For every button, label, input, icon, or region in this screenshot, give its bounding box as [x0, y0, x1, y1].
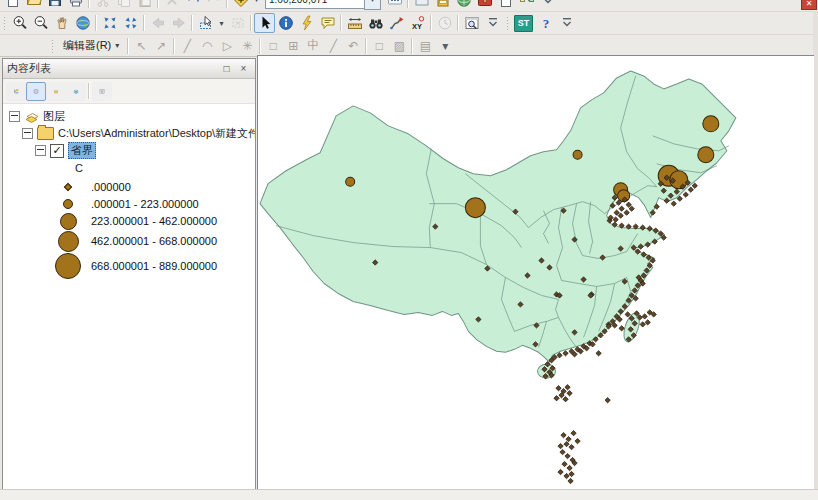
new-document-button[interactable]: [2, 0, 23, 10]
editor-tool-button[interactable]: □: [263, 36, 283, 55]
toolbar-options-button[interactable]: [384, 0, 405, 10]
legend-class-label[interactable]: .000000: [91, 181, 131, 193]
zoom-in-tool[interactable]: [9, 13, 30, 33]
legend-class-row: 462.000001 - 668.000000: [3, 230, 255, 252]
find-button[interactable]: [365, 13, 386, 33]
toolbar-separator: [226, 0, 228, 8]
time-slider-button[interactable]: [434, 13, 455, 33]
point-feature-diamond: [642, 314, 647, 319]
hyperlink-tool[interactable]: [296, 13, 317, 33]
toc-title-bar[interactable]: 内容列表 □ ×: [3, 59, 255, 79]
map-scale-dropdown[interactable]: ▾: [364, 0, 381, 10]
map-scale-input[interactable]: [265, 0, 364, 9]
delete-button[interactable]: [161, 0, 182, 10]
undo-icon: [185, 0, 201, 8]
editor-tool-button[interactable]: ✳: [237, 36, 257, 55]
add-data-button[interactable]: [230, 0, 251, 10]
go-to-xy-button[interactable]: [407, 13, 428, 33]
create-viewer-window-tool[interactable]: [461, 13, 482, 33]
editor-tool-button[interactable]: ↖: [131, 36, 151, 55]
list-by-source-button[interactable]: [26, 82, 46, 101]
list-by-drawing-order-button[interactable]: [6, 82, 26, 101]
select-elements-tool[interactable]: [254, 13, 275, 33]
print-button[interactable]: [65, 0, 86, 10]
toc-close-button[interactable]: ×: [236, 62, 251, 76]
catalog-window-button[interactable]: [432, 0, 453, 10]
collapse-icon[interactable]: [22, 128, 33, 139]
search-window-button[interactable]: [453, 0, 474, 10]
list-by-selection-button[interactable]: [66, 82, 86, 101]
help-toolbar-overflow[interactable]: [556, 13, 577, 33]
pan-tool[interactable]: [51, 13, 72, 33]
xy-icon: [410, 15, 426, 31]
editor-tool-button[interactable]: ↶: [343, 36, 363, 55]
legend-class-label[interactable]: 668.000001 - 889.000000: [91, 260, 217, 272]
paste-button[interactable]: [134, 0, 155, 10]
standard-toolbar-overflow[interactable]: [537, 0, 558, 10]
cut-button[interactable]: [92, 0, 113, 10]
toc-options-button[interactable]: [92, 82, 112, 101]
legend-symbol[interactable]: [45, 184, 91, 190]
measure-tool[interactable]: [344, 13, 365, 33]
add-data-dropdown[interactable]: ▾: [251, 0, 262, 10]
legend-class-label[interactable]: .000001 - 223.000000: [91, 198, 199, 210]
next-extent-button[interactable]: [168, 13, 189, 33]
tree-row-layer: ✓ 省界: [3, 142, 255, 159]
collapse-icon[interactable]: [35, 145, 46, 156]
zoom-out-tool[interactable]: [30, 13, 51, 33]
st-tool-button[interactable]: ST: [512, 13, 535, 33]
open-document-button[interactable]: [23, 0, 44, 10]
undo-button[interactable]: [182, 0, 203, 10]
arctoolbox-button[interactable]: [474, 0, 495, 10]
editor-toolbar-overflow[interactable]: ▾: [435, 36, 455, 55]
map-canvas[interactable]: [258, 56, 814, 491]
legend-symbol[interactable]: [45, 253, 91, 279]
layers-root-label[interactable]: 图层: [43, 109, 65, 124]
editor-tool-button[interactable]: ╱: [177, 36, 197, 55]
layer-name-label[interactable]: 省界: [68, 142, 96, 159]
table-of-contents-button[interactable]: [411, 0, 432, 10]
layer-visibility-checkbox[interactable]: ✓: [50, 144, 64, 158]
save-button[interactable]: [44, 0, 65, 10]
fixed-zoom-in-button[interactable]: [99, 13, 120, 33]
editor-tool-button[interactable]: ▷: [217, 36, 237, 55]
legend-class-label[interactable]: 223.000001 - 462.000000: [91, 215, 217, 227]
editor-tool-button[interactable]: ↗: [151, 36, 171, 55]
editor-tool-button[interactable]: ▤: [415, 36, 435, 55]
tools-toolbar-overflow[interactable]: [482, 13, 503, 33]
point-feature-diamond: [614, 210, 619, 215]
list-by-visibility-button[interactable]: [46, 82, 66, 101]
help-button[interactable]: [535, 13, 556, 33]
editor-tool-button[interactable]: 中: [303, 36, 323, 55]
find-route-button[interactable]: [386, 13, 407, 33]
graduated-symbol-circle: [346, 177, 355, 186]
full-extent-button[interactable]: [72, 13, 93, 33]
legend-symbol[interactable]: [45, 231, 91, 252]
editor-tool-button[interactable]: ╱: [323, 36, 343, 55]
close-icon[interactable]: ✕: [801, 0, 817, 10]
collapse-icon[interactable]: [9, 111, 20, 122]
editor-tool-button[interactable]: ⊞: [283, 36, 303, 55]
editor-tool-button[interactable]: ▨: [389, 36, 409, 55]
editor-tool-button[interactable]: □: [369, 36, 389, 55]
previous-extent-button[interactable]: [147, 13, 168, 33]
editor-menu-button[interactable]: 编辑器(R) ▾: [57, 36, 125, 55]
clear-selection-button[interactable]: [227, 13, 248, 33]
modelbuilder-button[interactable]: [516, 0, 537, 10]
identify-tool[interactable]: [275, 13, 296, 33]
redo-button[interactable]: [203, 0, 224, 10]
legend-symbol[interactable]: [45, 199, 91, 209]
select-features-tool[interactable]: [195, 13, 216, 33]
point-feature-diamond: [613, 217, 618, 222]
legend-class-label[interactable]: 462.000001 - 668.000000: [91, 235, 217, 247]
editor-tool-button[interactable]: ◠: [197, 36, 217, 55]
clearsel-icon: [230, 15, 246, 31]
copy-button[interactable]: [113, 0, 134, 10]
html-popup-tool[interactable]: [317, 13, 338, 33]
python-window-button[interactable]: [495, 0, 516, 10]
fixed-zoom-out-button[interactable]: [120, 13, 141, 33]
folder-path-label[interactable]: C:\Users\Administrator\Desktop\新建文件夹: [58, 126, 255, 141]
toc-float-button[interactable]: □: [219, 62, 234, 76]
select-features-dropdown[interactable]: ▾: [216, 13, 227, 33]
legend-symbol[interactable]: [45, 213, 91, 230]
